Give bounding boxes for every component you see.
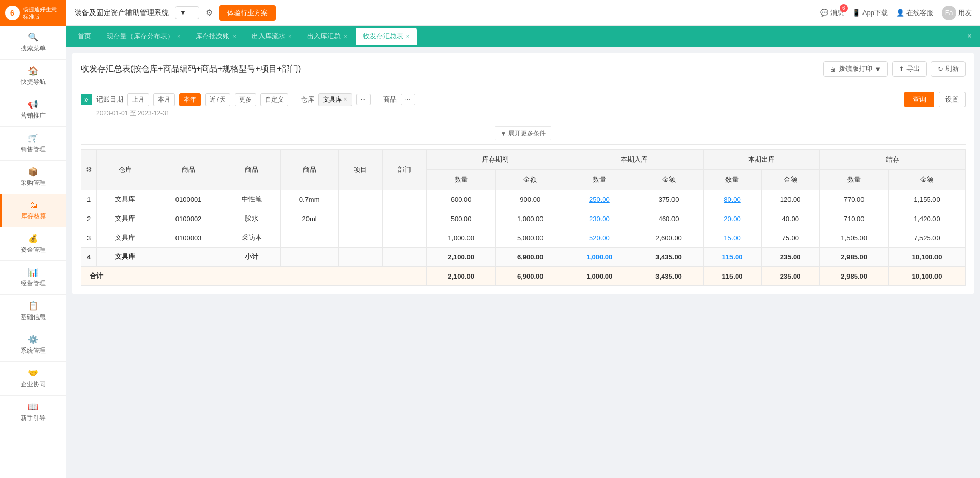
cell-opening-qty: 2,100.00	[427, 248, 496, 267]
cell-project	[339, 190, 383, 209]
goods-more-btn[interactable]: ···	[401, 94, 415, 105]
toggle-filter-btn[interactable]: »	[81, 94, 92, 105]
th-in-amt: 金额	[634, 170, 704, 190]
user-label: 用友	[958, 8, 972, 18]
cell-spec: 20ml	[281, 209, 339, 228]
content-area: 收发存汇总表(按仓库+商品编码+商品+规格型号+项目+部门) 🖨 拨镜版打印 ▼…	[66, 47, 980, 478]
out-qty-link[interactable]: 15.00	[724, 234, 741, 242]
online-service-label: 在线客服	[906, 8, 933, 18]
cell-out-qty: 115.00	[703, 248, 761, 267]
tab-stock-dist-close[interactable]: ×	[177, 33, 180, 39]
footer-closing-amt: 10,100.00	[888, 267, 965, 286]
settings-btn[interactable]: 设置	[939, 92, 966, 107]
tab-stock-dist[interactable]: 现存量（库存分布表） ×	[99, 28, 187, 45]
sidebar-item-inventory[interactable]: 🗂 库存核算	[0, 194, 66, 227]
header-left: 装备及固定资产辅助管理系统 ▼ ⚙ 体验行业方案	[75, 5, 276, 21]
try-btn[interactable]: 体验行业方案	[219, 5, 276, 21]
tab-inout-summary-label: 出入库汇总	[307, 32, 341, 41]
app-download-label: App下载	[862, 8, 888, 18]
page-title-bar: 收发存汇总表(按仓库+商品编码+商品+规格型号+项目+部门) 🖨 拨镜版打印 ▼…	[81, 61, 966, 83]
table-container: ⚙ 仓库 商品 商品 商品 项目 部门 库存期初 本期入库 本期出库 结存	[81, 149, 966, 286]
sidebar-item-label: 资金管理	[21, 245, 46, 254]
tab-home[interactable]: 首页	[70, 28, 98, 45]
sidebar-item-marketing[interactable]: 📢 营销推广	[0, 93, 66, 127]
sidebar-item-search[interactable]: 🔍 搜索菜单	[0, 26, 66, 60]
in-qty-link[interactable]: 230.00	[589, 215, 610, 223]
date-btn-custom[interactable]: 自定义	[260, 93, 288, 106]
cell-in-qty: 250.00	[565, 190, 634, 209]
date-btn-last-month[interactable]: 上月	[127, 93, 149, 106]
main-area: 装备及固定资产辅助管理系统 ▼ ⚙ 体验行业方案 💬 消息 6 📱 App下载 …	[66, 0, 980, 478]
cell-in-qty: 520.00	[565, 228, 634, 248]
sidebar-item-sales[interactable]: 🛒 销售管理	[0, 127, 66, 161]
online-service-action[interactable]: 👤 在线客服	[896, 8, 933, 18]
th-settings[interactable]: ⚙	[81, 150, 97, 190]
cell-no: 3	[81, 228, 97, 248]
in-qty-link[interactable]: 520.00	[589, 234, 610, 242]
in-qty-link[interactable]: 1,000.00	[587, 253, 613, 261]
out-qty-link[interactable]: 115.00	[722, 253, 743, 261]
date-btn-7days[interactable]: 近7天	[205, 93, 230, 106]
th-warehouse: 仓库	[97, 150, 154, 190]
sidebar-item-label: 经营管理	[21, 279, 46, 288]
sidebar-item-operations[interactable]: 📊 经营管理	[0, 261, 66, 295]
out-qty-link[interactable]: 80.00	[724, 196, 741, 204]
basic-info-icon: 📋	[28, 301, 38, 311]
cell-opening-amt: 5,000.00	[495, 228, 565, 248]
refresh-btn[interactable]: ↻ 刷新	[931, 61, 966, 77]
th-goods-spec: 商品	[281, 150, 339, 190]
cell-spec	[281, 228, 339, 248]
sidebar-item-label: 搜索菜单	[21, 44, 46, 53]
warehouse-tag-close[interactable]: ×	[344, 96, 347, 103]
tab-collect-summary-close[interactable]: ×	[406, 33, 409, 39]
user-action[interactable]: Ea 用友	[942, 6, 972, 20]
query-btn[interactable]: 查询	[904, 92, 934, 107]
system-icon: ⚙️	[28, 335, 38, 344]
th-goods-name: 商品	[223, 150, 281, 190]
marketing-icon: 📢	[28, 99, 38, 109]
tab-inout-summary-close[interactable]: ×	[344, 33, 347, 39]
tab-batch-account[interactable]: 库存批次账 ×	[188, 28, 243, 45]
sidebar-item-basic-info[interactable]: 📋 基础信息	[0, 295, 66, 328]
cell-project	[339, 248, 383, 267]
th-group-in: 本期入库	[565, 150, 703, 170]
home-icon: 🏠	[28, 66, 38, 76]
date-btn-more[interactable]: 更多	[235, 93, 256, 106]
in-qty-link[interactable]: 250.00	[589, 196, 610, 204]
tab-collect-summary[interactable]: 收发存汇总表 ×	[356, 28, 417, 45]
system-selector[interactable]: ▼	[175, 6, 199, 19]
cell-closing-amt: 10,100.00	[888, 248, 965, 267]
tab-batch-account-close[interactable]: ×	[232, 33, 236, 39]
sidebar-item-system[interactable]: ⚙️ 系统管理	[0, 328, 66, 362]
tab-inout-flow[interactable]: 出入库流水 ×	[244, 28, 299, 45]
cell-code: 0100003	[154, 228, 223, 248]
sidebar-item-finance[interactable]: 💰 资金管理	[0, 227, 66, 261]
cell-project	[339, 209, 383, 228]
settings-icon[interactable]: ⚙	[206, 8, 213, 18]
top-header: 装备及固定资产辅助管理系统 ▼ ⚙ 体验行业方案 💬 消息 6 📱 App下载 …	[66, 0, 980, 26]
close-all-tabs[interactable]: ×	[963, 32, 976, 41]
sidebar-item-purchase[interactable]: 📦 采购管理	[0, 161, 66, 194]
warehouse-more-btn[interactable]: ···	[356, 94, 371, 105]
cell-warehouse: 文具库	[97, 209, 154, 228]
tab-inout-flow-close[interactable]: ×	[288, 33, 291, 39]
cell-in-qty: 1,000.00	[565, 248, 634, 267]
tab-inout-summary[interactable]: 出入库汇总 ×	[300, 28, 354, 45]
th-group-opening: 库存期初	[427, 150, 565, 170]
sidebar-item-newbie[interactable]: 📖 新手引导	[0, 396, 66, 429]
purchase-icon: 📦	[28, 167, 38, 177]
out-qty-link[interactable]: 20.00	[724, 215, 741, 223]
sidebar-item-enterprise[interactable]: 🤝 企业协同	[0, 362, 66, 396]
cell-code: 0100002	[154, 209, 223, 228]
export-btn[interactable]: ⬆ 导出	[892, 61, 927, 77]
finance-icon: 💰	[28, 234, 38, 243]
warehouse-tag-label: 文具库	[323, 95, 342, 104]
date-btn-this-month[interactable]: 本月	[153, 93, 175, 106]
date-btn-this-year[interactable]: 本年	[179, 93, 201, 106]
print-btn[interactable]: 🖨 拨镜版打印 ▼	[823, 61, 888, 77]
sidebar-item-quick-nav[interactable]: 🏠 快捷导航	[0, 60, 66, 93]
expand-more-btn[interactable]: ▼ 展开更多条件	[495, 126, 552, 140]
app-download-action[interactable]: 📱 App下载	[852, 8, 888, 18]
notification-action[interactable]: 💬 消息 6	[820, 8, 844, 18]
tabs-bar: 首页 现存量（库存分布表） × 库存批次账 × 出入库流水 × 出入库汇总 × …	[66, 26, 980, 47]
